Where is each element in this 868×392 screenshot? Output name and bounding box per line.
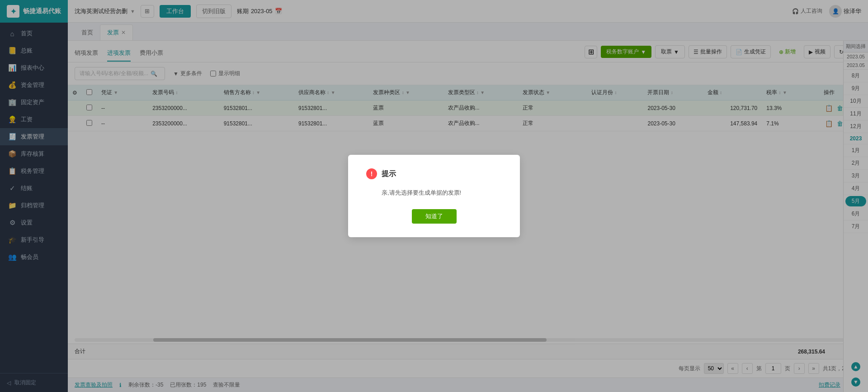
modal-title-row: ! 提示 xyxy=(366,168,502,179)
exclamation-icon: ! xyxy=(371,170,373,177)
warning-icon: ! xyxy=(366,168,377,179)
modal-title: 提示 xyxy=(382,169,396,179)
modal-footer: 知道了 xyxy=(366,209,502,224)
modal-ok-button[interactable]: 知道了 xyxy=(412,209,457,224)
modal-overlay: ! 提示 亲,请先选择要生成单据的发票! 知道了 xyxy=(0,0,868,392)
alert-modal: ! 提示 亲,请先选择要生成单据的发票! 知道了 xyxy=(348,155,520,237)
modal-message: 亲,请先选择要生成单据的发票! xyxy=(366,188,502,198)
